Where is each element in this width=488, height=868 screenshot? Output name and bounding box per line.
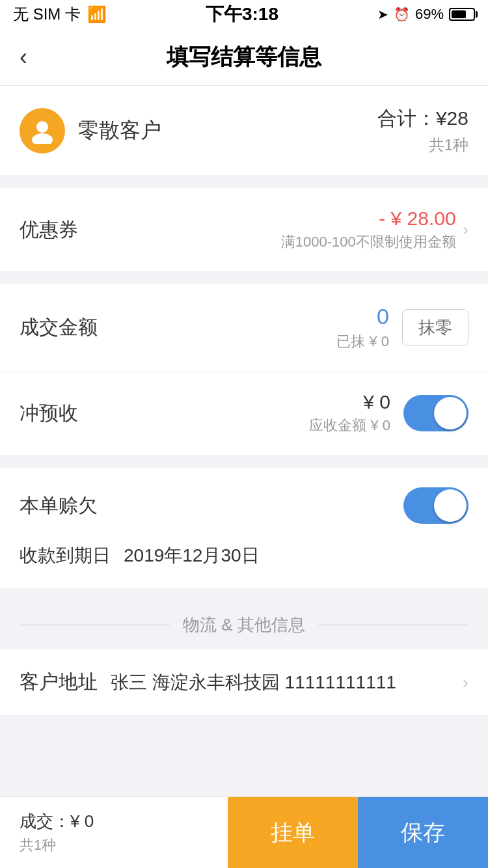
coupon-label: 优惠券 bbox=[20, 217, 78, 243]
round-zero-button[interactable]: 抹零 bbox=[402, 309, 468, 346]
deal-amount-sub: 已抹 ¥ 0 bbox=[336, 332, 389, 351]
location-icon: ➤ bbox=[377, 7, 388, 22]
customer-section: 零散客户 合计：¥28 共1种 bbox=[0, 86, 488, 175]
nav-bar: ‹ 填写结算等信息 bbox=[0, 29, 488, 86]
battery-icon bbox=[449, 8, 475, 21]
status-left: 无 SIM 卡 📶 bbox=[13, 4, 107, 25]
debt-section: 本单赊欠 收款到期日 2019年12月30日 bbox=[0, 468, 488, 588]
bottom-deal-value: ¥ 0 bbox=[70, 811, 94, 831]
chevron-right-icon: › bbox=[463, 219, 468, 240]
total-count: 共1种 bbox=[377, 135, 468, 156]
due-date-value: 2019年12月30日 bbox=[124, 543, 260, 568]
due-date-label: 收款到期日 bbox=[20, 543, 111, 568]
preorder-row: 冲预收 ¥ 0 应收金额 ¥ 0 bbox=[0, 372, 488, 455]
preorder-sub: 应收金额 ¥ 0 bbox=[309, 416, 390, 435]
wifi-icon: 📶 bbox=[87, 5, 107, 23]
logistics-divider: 物流 & 其他信息 bbox=[0, 601, 488, 649]
page-title: 填写结算等信息 bbox=[167, 42, 321, 72]
preorder-toggle[interactable] bbox=[403, 395, 468, 431]
bottom-count-label: 共1种 bbox=[20, 835, 208, 855]
address-value: 张三 海淀永丰科技园 11111111111 bbox=[111, 670, 456, 695]
deal-amount-row: 成交金额 0 已抹 ¥ 0 抹零 bbox=[0, 284, 488, 372]
customer-name: 零散客户 bbox=[78, 116, 161, 145]
address-label: 客户地址 bbox=[20, 669, 98, 696]
status-right: ➤ ⏰ 69% bbox=[377, 6, 475, 23]
customer-total: 合计：¥28 共1种 bbox=[377, 105, 468, 156]
bottom-deal-label: 成交：¥ 0 bbox=[20, 810, 208, 833]
save-button[interactable]: 保存 bbox=[358, 797, 488, 868]
status-bar: 无 SIM 卡 📶 下午3:18 ➤ ⏰ 69% bbox=[0, 0, 488, 29]
debt-label: 本单赊欠 bbox=[20, 493, 98, 519]
back-button[interactable]: ‹ bbox=[20, 44, 27, 71]
battery-label: 69% bbox=[415, 6, 444, 23]
avatar bbox=[20, 108, 65, 154]
preorder-right: ¥ 0 应收金额 ¥ 0 bbox=[309, 391, 468, 435]
amount-section: 成交金额 0 已抹 ¥ 0 抹零 冲预收 ¥ 0 应收金额 ¥ 0 bbox=[0, 284, 488, 455]
coupon-discount: - ¥ 28.00 bbox=[281, 208, 456, 230]
deal-amount-label: 成交金额 bbox=[20, 314, 98, 341]
due-date-row: 收款到期日 2019年12月30日 bbox=[0, 543, 488, 588]
deal-amount-value: 0 bbox=[336, 304, 389, 329]
preorder-block: ¥ 0 应收金额 ¥ 0 bbox=[309, 391, 390, 435]
customer-info: 零散客户 bbox=[20, 108, 161, 154]
preorder-label: 冲预收 bbox=[20, 400, 78, 427]
total-price: 合计：¥28 bbox=[377, 105, 468, 132]
content-area: 零散客户 合计：¥28 共1种 优惠券 - ¥ 28.00 满1000-100不… bbox=[0, 86, 488, 806]
divider-line-right bbox=[318, 625, 468, 625]
status-time: 下午3:18 bbox=[206, 2, 278, 27]
address-section[interactable]: 客户地址 张三 海淀永丰科技园 11111111111 › bbox=[0, 649, 488, 715]
debt-row: 本单赊欠 bbox=[0, 468, 488, 543]
address-row: 客户地址 张三 海淀永丰科技园 11111111111 › bbox=[0, 649, 488, 715]
coupon-right: - ¥ 28.00 满1000-100不限制使用金额 › bbox=[281, 208, 468, 252]
deal-amount-right: 0 已抹 ¥ 0 抹零 bbox=[336, 304, 468, 351]
bottom-bar: 成交：¥ 0 共1种 挂单 保存 bbox=[0, 796, 488, 868]
coupon-desc: 满1000-100不限制使用金额 bbox=[281, 232, 456, 252]
preorder-value: ¥ 0 bbox=[309, 391, 390, 413]
toggle-knob bbox=[434, 397, 467, 429]
carrier-label: 无 SIM 卡 bbox=[13, 4, 81, 25]
alarm-icon: ⏰ bbox=[394, 7, 410, 22]
deal-amount-block: 0 已抹 ¥ 0 bbox=[336, 304, 389, 351]
address-chevron-icon: › bbox=[463, 672, 468, 693]
divider-line-left bbox=[20, 625, 170, 625]
logistics-label: 物流 & 其他信息 bbox=[183, 614, 305, 636]
debt-toggle-knob bbox=[434, 489, 467, 522]
debt-toggle[interactable] bbox=[403, 487, 468, 524]
svg-point-0 bbox=[36, 121, 48, 133]
coupon-section[interactable]: 优惠券 - ¥ 28.00 满1000-100不限制使用金额 › bbox=[0, 188, 488, 271]
pending-button[interactable]: 挂单 bbox=[228, 797, 358, 868]
svg-point-1 bbox=[32, 133, 53, 144]
coupon-info: - ¥ 28.00 满1000-100不限制使用金额 bbox=[281, 208, 456, 252]
bottom-info: 成交：¥ 0 共1种 bbox=[0, 797, 228, 868]
